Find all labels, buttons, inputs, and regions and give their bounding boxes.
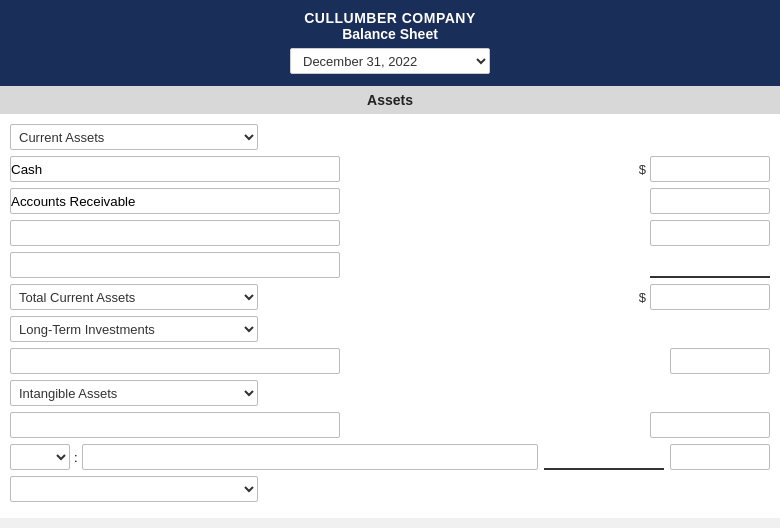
cash-amount-input[interactable] <box>650 156 770 182</box>
date-select[interactable]: December 31, 2022 <box>290 48 490 74</box>
cash-label-input[interactable] <box>10 156 340 182</box>
assets-section-header: Assets <box>0 86 780 114</box>
page-header: CULLUMBER COMPANY Balance Sheet December… <box>0 0 780 86</box>
long-term-amount-block <box>670 348 770 374</box>
bottom-select-row <box>10 476 770 502</box>
bottom-select[interactable] <box>10 476 258 502</box>
balance-sheet-content: Current Assets $ Total Current Assets <box>0 114 780 518</box>
date-selector-wrapper[interactable]: December 31, 2022 <box>290 48 490 74</box>
long-term-investments-select[interactable]: Long-Term Investments <box>10 316 258 342</box>
intangible-row-1 <box>10 412 770 438</box>
current-assets-select[interactable]: Current Assets <box>10 124 258 150</box>
total-dollar-sign: $ <box>639 290 646 305</box>
colon-separator: : <box>74 450 78 465</box>
long-term-investments-row: Long-Term Investments <box>10 316 770 342</box>
cash-dollar-sign: $ <box>639 162 646 177</box>
intangible-assets-row: Intangible Assets <box>10 380 770 406</box>
intangible-amount-1[interactable] <box>650 412 770 438</box>
report-title: Balance Sheet <box>0 26 780 42</box>
total-current-assets-amount[interactable] <box>650 284 770 310</box>
long-term-empty-row <box>10 348 770 374</box>
long-term-label-input[interactable] <box>10 348 340 374</box>
intangible-assets-select[interactable]: Intangible Assets <box>10 380 258 406</box>
extra-label-1[interactable] <box>10 220 340 246</box>
intangible-sub-select[interactable] <box>10 444 70 470</box>
intangible-amount-block-2 <box>544 444 770 470</box>
intangible-amount-2[interactable] <box>544 444 664 470</box>
extra-amount-2[interactable] <box>650 252 770 278</box>
extra-amount-1[interactable] <box>650 220 770 246</box>
long-term-amount[interactable] <box>670 348 770 374</box>
intangible-amount-block-1 <box>650 412 770 438</box>
extra-row-2 <box>10 252 770 278</box>
extra-row-1 <box>10 220 770 246</box>
extra-amount-block-2 <box>650 252 770 278</box>
accounts-receivable-label-input[interactable] <box>10 188 340 214</box>
current-assets-row: Current Assets <box>10 124 770 150</box>
extra-label-2[interactable] <box>10 252 340 278</box>
accounts-receivable-amount-block <box>650 188 770 214</box>
accounts-receivable-amount-input[interactable] <box>650 188 770 214</box>
total-current-assets-select[interactable]: Total Current Assets <box>10 284 258 310</box>
company-name: CULLUMBER COMPANY <box>0 10 780 26</box>
intangible-label-1[interactable] <box>10 412 340 438</box>
cash-amount-block: $ <box>639 156 770 182</box>
accounts-receivable-row <box>10 188 770 214</box>
intangible-label-2[interactable] <box>82 444 538 470</box>
total-current-assets-row: Total Current Assets $ <box>10 284 770 310</box>
intangible-total-2[interactable] <box>670 444 770 470</box>
total-current-assets-amount-block: $ <box>639 284 770 310</box>
cash-row: $ <box>10 156 770 182</box>
intangible-row-2: : <box>10 444 770 470</box>
extra-amount-block-1 <box>650 220 770 246</box>
